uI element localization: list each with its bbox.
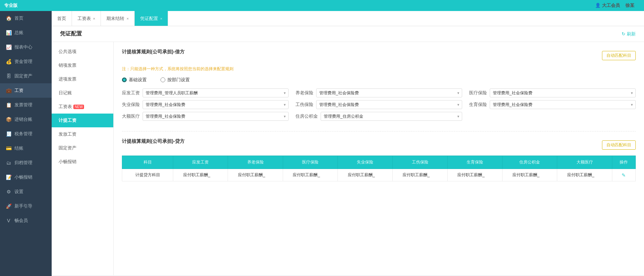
select-yanglao[interactable]: 管理费用_社会保险费 — [316, 88, 462, 97]
sidebar-item-label: 首页 — [14, 15, 23, 21]
sidebar-item-label: 新手引导 — [14, 203, 32, 209]
sidebar-item-vip[interactable]: V 畅会员 — [0, 213, 52, 228]
sidebar-item-invoice-mgmt[interactable]: 📋 发票管理 — [0, 98, 52, 112]
label-daeliao: 大额医疗 — [122, 113, 140, 119]
tab-bar: 首页 工资表 × 期末结转 × 凭证配置 × — [52, 11, 644, 26]
sidebar-item-new-guide[interactable]: 🚀 新手引导 — [0, 199, 52, 213]
tab-close-period[interactable]: × — [126, 17, 128, 21]
left-menu-journal[interactable]: 日记账 — [52, 86, 113, 100]
tab-close-payroll[interactable]: × — [93, 17, 95, 21]
user-name: 徐某 — [625, 2, 634, 9]
left-menu-payroll-table[interactable]: 工资表 NEW — [52, 100, 113, 114]
col-header-shengyu: 生育保险 — [447, 156, 502, 169]
left-menu-xiaochang-exp[interactable]: 小畅报销 — [52, 155, 113, 169]
sidebar-item-archive-mgmt[interactable]: 🗂 归档管理 — [0, 156, 52, 170]
select-shiye[interactable]: 管理费用_社会保险费 — [143, 100, 289, 109]
col-header-yiliao: 医疗保险 — [283, 156, 337, 169]
content-area: 首页 工资表 × 期末结转 × 凭证配置 × 凭证配置 ↻ 刷新 — [52, 11, 644, 276]
page-header: 凭证配置 ↻ 刷新 — [52, 26, 644, 42]
select-wrapper-gongjijin: 管理费用_住房公积金 — [321, 112, 462, 121]
select-gongjijin[interactable]: 管理费用_住房公积金 — [321, 112, 462, 121]
left-menu-pay-wages[interactable]: 发放工资 — [52, 127, 113, 141]
sidebar-item-xiaochang-report[interactable]: 📝 小畅报销 — [0, 170, 52, 184]
sidebar-item-label: 发票管理 — [14, 102, 32, 108]
sidebar-item-settings[interactable]: ⚙ 设置 — [0, 184, 52, 199]
new-badge: NEW — [73, 105, 84, 109]
sidebar-item-purchase-sale[interactable]: 📦 进销台账 — [0, 112, 52, 127]
select-wrapper-yiliao: 管理费用_社会保险费 — [490, 88, 636, 97]
col-header-gongshang: 工伤保险 — [393, 156, 447, 169]
select-daeliao[interactable]: 管理费用_社会保险费 — [143, 112, 289, 121]
top-bar: 专业版 👤 大工会员 徐某 — [0, 0, 644, 11]
tab-period-close[interactable]: 期末结转 × — [101, 11, 134, 26]
invoice-icon: 📋 — [6, 102, 12, 108]
select-yiliao[interactable]: 管理费用_社会保险费 — [490, 88, 636, 97]
table-header-row: 科目 应发工资 养老保险 医疗保险 失业保险 工伤保险 生育保险 住房公积金 大… — [122, 156, 636, 169]
form-item-shiye: 失业保险 管理费用_社会保险费 — [122, 100, 289, 109]
section-divider — [122, 131, 636, 131]
debit-section-note: 注：只能选择一种方式，系统将按照您当前的选择来配置规则 — [122, 66, 636, 72]
tab-voucher-config[interactable]: 凭证配置 × — [135, 11, 168, 26]
sidebar-item-general-ledger[interactable]: 📊 总账 — [0, 25, 52, 40]
tab-close-voucher[interactable]: × — [160, 17, 162, 21]
edit-icon[interactable]: ✎ — [622, 172, 626, 178]
left-menu-public-options[interactable]: 公共选项 — [52, 45, 113, 59]
col-header-shiye: 失业保险 — [338, 156, 393, 169]
sidebar-item-settlement[interactable]: 💳 结账 — [0, 141, 52, 156]
debit-auto-match-button[interactable]: 自动匹配科目 — [602, 51, 636, 60]
sidebar: 🏠 首页 📊 总账 📈 报表中心 💰 资金管理 🗄 固定资产 💼 工资 📋 发票… — [0, 11, 52, 276]
cell-action[interactable]: ✎ — [612, 169, 635, 181]
sidebar-item-fixed-assets[interactable]: 🗄 固定资产 — [0, 69, 52, 83]
left-menu-fixed-assets[interactable]: 固定资产 — [52, 141, 113, 155]
sidebar-item-label: 结账 — [14, 145, 23, 151]
sidebar-item-tax-mgmt[interactable]: 🧾 税务管理 — [0, 127, 52, 141]
select-wrapper-yanglao: 管理费用_社会保险费 — [316, 88, 462, 97]
sidebar-item-label: 工资 — [14, 87, 23, 94]
refresh-button[interactable]: ↻ 刷新 — [622, 31, 636, 37]
user-label: 👤 大工会员 — [595, 2, 620, 9]
radio-basic-label[interactable]: 基础设置 — [122, 77, 147, 83]
form-item-daeliao: 大额医疗 管理费用_社会保险费 — [122, 112, 289, 121]
sidebar-item-salary[interactable]: 💼 工资 — [0, 83, 52, 98]
table-row: 计提贷方科目 应付职工薪酬_ 应付职工薪酬_ 应付职工薪酬_ 应付职工薪酬_ 应… — [122, 169, 636, 181]
radio-dept-input[interactable] — [160, 77, 165, 82]
left-menu-calc-wages[interactable]: 计提工资 — [52, 114, 113, 127]
credit-section-header: 计提核算规则(公司承担)-贷方 自动匹配科目 — [122, 138, 636, 151]
debit-form-row-1: 应发工资 管理费用_管理人员职工薪酬 养老保险 — [122, 88, 636, 97]
debit-section-header: 计提核算规则(公司承担)-借方 自动匹配科目 — [122, 49, 636, 62]
select-wrapper-daeliao: 管理费用_社会保险费 — [143, 112, 289, 121]
label-shengyu: 生育保险 — [469, 102, 487, 108]
cell-daeliao: 应付职工薪酬_ — [557, 169, 612, 181]
report-icon: 📈 — [6, 44, 12, 50]
select-shengyu[interactable]: 管理费用_社会保险费 — [490, 100, 636, 109]
select-gongshang[interactable]: 管理费用_社会保险费 — [316, 100, 462, 109]
left-menu-input-invoice[interactable]: 进项发票 — [52, 72, 113, 86]
left-menu-red-invoice[interactable]: 销项发票 — [52, 59, 113, 72]
credit-section-title: 计提核算规则(公司承担)-贷方 — [122, 138, 185, 147]
debit-section: 计提核算规则(公司承担)-借方 自动匹配科目 注：只能选择一种方式，系统将按照您… — [122, 49, 636, 121]
radio-basic-text: 基础设置 — [129, 77, 147, 83]
sidebar-item-label: 税务管理 — [14, 131, 32, 137]
select-yingfa[interactable]: 管理费用_管理人员职工薪酬 — [143, 88, 289, 97]
purchase-icon: 📦 — [6, 117, 12, 122]
radio-dept-label[interactable]: 按部门设置 — [160, 77, 190, 83]
guide-icon: 🚀 — [6, 203, 12, 209]
tab-payroll-table[interactable]: 工资表 × — [72, 11, 101, 26]
sidebar-item-fund-mgmt[interactable]: 💰 资金管理 — [0, 54, 52, 69]
chart-icon: 📊 — [6, 30, 12, 35]
credit-auto-match-button[interactable]: 自动匹配科目 — [602, 140, 636, 150]
label-yanglao: 养老保险 — [295, 90, 313, 96]
debit-form-row-2: 失业保险 管理费用_社会保险费 工伤保险 — [122, 100, 636, 109]
radio-basic-input[interactable] — [122, 77, 127, 82]
sidebar-item-report-center[interactable]: 📈 报表中心 — [0, 40, 52, 54]
label-yingfa: 应发工资 — [122, 90, 140, 96]
config-layout: 公共选项 销项发票 进项发票 日记账 工资表 NEW — [52, 42, 644, 275]
settlement-icon: 💳 — [6, 146, 12, 151]
refresh-icon: ↻ — [622, 31, 625, 36]
tab-home[interactable]: 首页 — [52, 11, 72, 26]
select-wrapper-yingfa: 管理费用_管理人员职工薪酬 — [143, 88, 289, 97]
page-content: 凭证配置 ↻ 刷新 公共选项 销项发票 进项发票 — [52, 26, 644, 276]
sidebar-item-home[interactable]: 🏠 首页 — [0, 11, 52, 25]
col-header-yingfa: 应发工资 — [173, 156, 228, 169]
cell-subject: 计提贷方科目 — [122, 169, 173, 181]
